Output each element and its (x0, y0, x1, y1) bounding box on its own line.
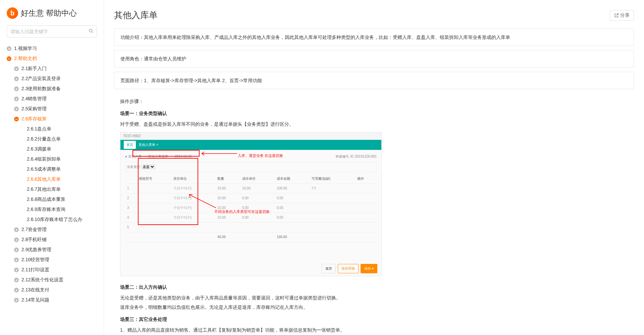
nav-item-2-3[interactable]: +2.3使用前数据准备 (7, 84, 97, 94)
brand-logo-icon: b (7, 7, 18, 19)
plus-icon: + (14, 107, 19, 111)
plus-icon: + (14, 247, 19, 252)
search-input[interactable] (7, 25, 97, 38)
scene2-title: 场景二：出入方向确认 (120, 282, 628, 292)
nav-label: 2.12系统个性化设置 (21, 277, 63, 283)
plus-icon: + (14, 278, 19, 282)
minus-icon: − (14, 117, 19, 121)
nav-label: 2.6.3调拨单 (27, 146, 51, 152)
main-content: 其他入库单 分享 功能介绍：其他入库单用来处理除采购入库、产成品入库之外的其他入… (104, 0, 644, 335)
brand: b 好生意 帮助中心 (7, 7, 97, 19)
search-icon[interactable] (89, 29, 94, 35)
info-box-role: 使用角色：通常由仓管人员维护 (114, 50, 634, 67)
steps-label: 操作步骤： (120, 97, 628, 106)
nav-item-2-4[interactable]: +2.4销售管理 (7, 94, 97, 104)
page-title: 其他入库单 (114, 9, 158, 21)
nav-item-2-14[interactable]: +2.14常见问题 (7, 295, 97, 305)
brand-title: 好生意 帮助中心 (21, 8, 77, 18)
scene2-p1: 无论是受赠，还是其他类型的业务，由于入库商品质量等原因，需要退回，这时可通过单据… (120, 293, 628, 302)
plus-icon: + (7, 46, 11, 51)
nav-item-2-6-3[interactable]: 2.6.3调拨单 (7, 144, 97, 154)
nav-item-2-6-5[interactable]: 2.6.5成本调整单 (7, 164, 97, 174)
nav-label: 1.视频学习 (14, 46, 37, 52)
nav-item-2-6-9[interactable]: 2.6.9库存账本查询 (7, 205, 97, 215)
info-box-intro: 功能介绍：其他入库单用来处理除采购入库、产成品入库之外的其他入库业务，因此其他入… (114, 29, 634, 46)
nav-item-2-13[interactable]: +2.13在线支付 (7, 285, 97, 295)
nav-item-2-1[interactable]: +2.1新手入门 (7, 64, 97, 74)
share-button[interactable]: 分享 (610, 10, 634, 21)
nav-label: 2.6.2分量盘点单 (27, 136, 61, 142)
annotation-1: 入库、退货业务 在这里切换 (238, 152, 283, 159)
svg-line-1 (92, 32, 93, 33)
nav-item-2-6-6[interactable]: 2.6.6其他入库单 (7, 174, 97, 184)
nav-item-2-9[interactable]: +2.9优惠券管理 (7, 245, 97, 255)
svg-point-0 (89, 29, 92, 32)
plus-icon: + (14, 298, 19, 302)
nav-item-video[interactable]: +1.视频学习 (7, 44, 97, 54)
nav-item-2-6[interactable]: −2.6库存核算 (7, 114, 97, 124)
info-label: 使用角色： (120, 56, 144, 61)
plus-icon: + (14, 237, 19, 242)
nav-item-2-6-4[interactable]: 2.6.4组装拆卸单 (7, 154, 97, 164)
example-screenshot: TEST-H002 首页其他入库单 × ● 其他入库 ○ 其他入库退库 2019… (120, 132, 382, 276)
nav-item-2-6-2[interactable]: 2.6.2分量盘点单 (7, 134, 97, 144)
plus-icon: + (14, 66, 19, 71)
nav-item-2-6-7[interactable]: 2.6.7其他出库单 (7, 184, 97, 194)
scene1-text: 对于受赠、盘盈或是拆装入库等不同的业务，是通过单据头【业务类型】进行区分。 (120, 119, 628, 129)
nav-item-2-6-8[interactable]: 2.6.8商品成本重算 (7, 194, 97, 205)
info-text: 其他入库单用来处理除采购入库、产成品入库之外的其他入库业务，因此其他入库单可处理… (144, 35, 510, 40)
scene3-p1: 1、赠品入库的商品直接转为销售。通过工具栏【复制/复制为销货单】功能，将单据信息… (120, 325, 628, 335)
sidebar: b 好生意 帮助中心 +1.视频学习 −2.帮助文档 +2.1新手入门 +2.2… (0, 0, 104, 335)
plus-icon: + (14, 97, 19, 101)
sidebar-nav: +1.视频学习 −2.帮助文档 +2.1新手入门 +2.2产品安装及登录 +2.… (7, 44, 97, 305)
nav-label: 2.6.5成本调整单 (27, 166, 61, 172)
nav-label: 2.3使用前数据准备 (21, 86, 61, 92)
scene1-title: 场景一：业务类型确认 (120, 109, 628, 118)
article-body: 操作步骤： 场景一：业务类型确认 对于受赠、盘盈或是拆装入库等不同的业务，是通过… (114, 93, 634, 335)
nav-label: 2.11打印设置 (21, 267, 49, 273)
plus-icon: + (14, 268, 19, 272)
search-wrap (7, 25, 97, 38)
info-label: 页面路径： (120, 78, 144, 83)
nav-label: 2.5采购管理 (21, 106, 47, 112)
info-label: 功能介绍： (120, 35, 144, 40)
nav-label: 2.6库存核算 (21, 116, 47, 122)
nav-label: 2.7资金管理 (21, 227, 47, 233)
main-header: 其他入库单 分享 (114, 9, 634, 21)
plus-icon: + (14, 288, 19, 292)
annotation-2: 不同业务的入库类型可在这里切换 (214, 208, 270, 215)
nav-label: 2.1新手入门 (21, 66, 47, 72)
nav-item-2-11[interactable]: +2.11打印设置 (7, 265, 97, 275)
nav-label: 2.6.4组装拆卸单 (27, 156, 61, 162)
plus-icon: + (14, 227, 19, 232)
nav-item-helpdoc[interactable]: −2.帮助文档 (7, 54, 97, 64)
nav-item-2-6-1[interactable]: 2.6.1盘点单 (7, 124, 97, 134)
nav-item-2-10[interactable]: +2.10经营管理 (7, 255, 97, 265)
nav-label: 2.9优惠券管理 (21, 247, 51, 253)
nav-item-2-8[interactable]: +2.8手机旺铺 (7, 235, 97, 245)
nav-item-2-7[interactable]: +2.7资金管理 (7, 225, 97, 235)
plus-icon: + (14, 258, 19, 262)
nav-item-2-12[interactable]: +2.12系统个性化设置 (7, 275, 97, 285)
nav-item-2-6-10[interactable]: 2.6.10库存账本错了怎么办 (7, 215, 97, 225)
nav-label: 2.2产品安装及登录 (21, 76, 61, 82)
nav-label: 2.6.10库存账本错了怎么办 (27, 217, 82, 223)
scene3-title: 场景三：其它业务处理 (120, 315, 628, 324)
plus-icon: + (14, 87, 19, 91)
nav-label: 2.6.7其他出库单 (27, 186, 61, 192)
nav-label: 2.4销售管理 (21, 96, 47, 102)
minus-icon: − (7, 56, 11, 61)
share-label: 分享 (620, 12, 630, 18)
nav-label: 2.帮助文档 (14, 56, 37, 62)
nav-label: 2.6.1盘点单 (27, 126, 51, 132)
scene2-p2: 退库业务中，明细数量均以负值红色展示。无论是入库还是退库，库存账均记在入库方向。 (120, 302, 628, 312)
nav-item-2-5[interactable]: +2.5采购管理 (7, 104, 97, 114)
nav-label: 2.8手机旺铺 (21, 237, 47, 243)
nav-item-2-2[interactable]: +2.2产品安装及登录 (7, 74, 97, 84)
info-text: 通常由仓管人员维护 (144, 56, 186, 61)
nav-label: 2.6.8商品成本重算 (27, 197, 65, 203)
plus-icon: + (14, 76, 19, 81)
info-box-path: 页面路径：1、库存核算->库存管理->其他入库单 2、首页->常用功能 (114, 72, 634, 89)
nav-label: 2.6.6其他入库单 (27, 176, 61, 182)
nav-label: 2.13在线支付 (21, 287, 49, 293)
